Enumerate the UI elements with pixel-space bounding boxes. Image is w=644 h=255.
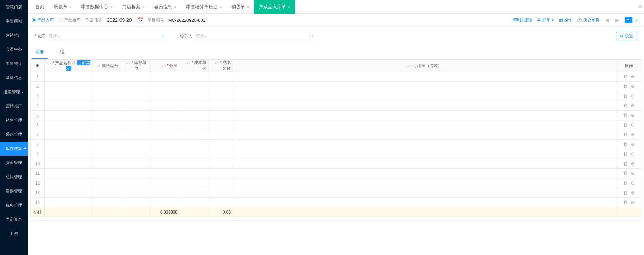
cell-spec[interactable] bbox=[93, 72, 122, 82]
col-unit[interactable]: ▲▼*库存单位 bbox=[122, 60, 151, 72]
ellipsis-icon[interactable]: ··· bbox=[162, 34, 166, 38]
add-row-icon[interactable]: ⊕ bbox=[631, 132, 635, 137]
cell-unit[interactable] bbox=[122, 178, 151, 188]
close-all-tabs-icon[interactable]: × bbox=[639, 3, 642, 10]
cell-available[interactable] bbox=[233, 198, 616, 207]
cell-amount[interactable] bbox=[209, 111, 233, 120]
close-icon[interactable]: × bbox=[174, 0, 176, 14]
cell-unit[interactable] bbox=[122, 149, 151, 159]
cell-amount[interactable] bbox=[209, 169, 233, 178]
sidebar-item-fixed-assets[interactable]: 固定资产 bbox=[0, 212, 28, 227]
col-amount[interactable]: ▲▼*成本金额 bbox=[209, 60, 233, 72]
col-qty[interactable]: ▲▼*数量 bbox=[151, 60, 180, 72]
col-available[interactable]: ▲▼可用量（包装） bbox=[233, 60, 616, 72]
radio-product-out[interactable]: 产品退库 bbox=[59, 17, 81, 23]
cell-available[interactable] bbox=[233, 169, 616, 178]
cell-price[interactable] bbox=[180, 178, 209, 188]
cell-unit[interactable] bbox=[122, 159, 151, 169]
delete-row-icon[interactable]: 🗑 bbox=[623, 113, 627, 118]
add-row-icon[interactable]: ⊕ bbox=[631, 171, 635, 176]
cell-product[interactable] bbox=[45, 140, 93, 149]
sidebar-item-purchase-mgmt[interactable]: 采购管理 bbox=[0, 128, 28, 142]
cell-spec[interactable] bbox=[93, 149, 122, 159]
handler-select[interactable]: 选择... ··· bbox=[196, 31, 313, 40]
add-row-icon[interactable]: ⊕ bbox=[631, 84, 635, 89]
table-row[interactable]: 3 🗑 ⊕ bbox=[31, 91, 641, 101]
table-row[interactable]: 6 🗑 ⊕ bbox=[31, 120, 641, 130]
cell-amount[interactable] bbox=[209, 72, 233, 82]
close-icon[interactable]: × bbox=[142, 0, 144, 14]
close-icon[interactable]: × bbox=[69, 0, 71, 14]
close-icon[interactable]: × bbox=[247, 0, 249, 14]
delete-row-icon[interactable]: 🗑 bbox=[623, 190, 627, 195]
cell-qty[interactable] bbox=[151, 91, 180, 101]
cell-price[interactable] bbox=[180, 72, 209, 82]
cell-product[interactable] bbox=[45, 149, 93, 159]
cell-available[interactable] bbox=[233, 130, 616, 140]
sidebar-item-marketing-2[interactable]: 营销推广 bbox=[0, 99, 28, 113]
shortcut-button[interactable]: ⌨快捷键 bbox=[513, 17, 532, 23]
add-row-icon[interactable]: ⊕ bbox=[631, 74, 635, 79]
cell-qty[interactable] bbox=[151, 188, 180, 198]
add-row-icon[interactable]: ⊕ bbox=[631, 180, 635, 186]
cell-product[interactable] bbox=[45, 169, 93, 178]
sort-icon[interactable]: ▲▼ bbox=[407, 65, 412, 67]
cell-amount[interactable] bbox=[209, 149, 233, 159]
cell-amount[interactable] bbox=[209, 101, 233, 111]
close-icon[interactable]: × bbox=[220, 0, 222, 14]
cell-qty[interactable] bbox=[151, 149, 180, 159]
cell-product[interactable] bbox=[45, 101, 93, 111]
delete-row-icon[interactable]: 🗑 bbox=[623, 142, 627, 147]
cell-amount[interactable] bbox=[209, 159, 233, 169]
cell-qty[interactable] bbox=[151, 101, 180, 111]
close-icon[interactable]: × bbox=[110, 0, 112, 14]
cell-price[interactable] bbox=[180, 111, 209, 120]
add-row-icon[interactable]: ⊕ bbox=[631, 113, 635, 118]
table-row[interactable]: 14 🗑 ⊕ bbox=[31, 198, 641, 207]
sort-icon[interactable]: ▲▼ bbox=[186, 62, 191, 64]
tab-finished-goods-in[interactable]: 产成品入库单× bbox=[254, 0, 295, 14]
delete-row-icon[interactable]: 🗑 bbox=[623, 103, 627, 108]
table-row[interactable]: 1 🗑 ⊕ bbox=[31, 72, 641, 82]
cell-product[interactable] bbox=[45, 198, 93, 207]
radio-product-in[interactable]: 产品入库 bbox=[32, 17, 54, 23]
delete-row-icon[interactable]: 🗑 bbox=[623, 161, 627, 166]
cell-amount[interactable] bbox=[209, 91, 233, 101]
cell-unit[interactable] bbox=[122, 72, 151, 82]
sub-tab-two-dim[interactable]: 二维 bbox=[52, 45, 68, 59]
cell-unit[interactable] bbox=[122, 130, 151, 140]
tab-settlement-history[interactable]: 零售结算单历史× bbox=[181, 0, 227, 14]
sidebar-item-finance[interactable]: 资金管理 bbox=[0, 156, 28, 170]
sort-icon[interactable]: ▲▼ bbox=[161, 65, 166, 67]
cell-unit[interactable] bbox=[122, 120, 151, 130]
table-row[interactable]: 13 🗑 ⊕ bbox=[31, 188, 641, 198]
sidebar-item-smart-store[interactable]: 智慧门店 bbox=[0, 0, 28, 14]
cell-product[interactable] bbox=[45, 159, 93, 169]
table-row[interactable]: 7 🗑 ⊕ bbox=[31, 130, 641, 140]
cell-spec[interactable] bbox=[93, 159, 122, 169]
cell-product[interactable] bbox=[45, 120, 93, 130]
table-row[interactable]: 12 🗑 ⊕ bbox=[31, 178, 641, 188]
sidebar-item-inventory[interactable]: 库存核算 ◀ bbox=[0, 142, 28, 156]
sidebar-item-member-center[interactable]: 会员中心 bbox=[0, 42, 28, 57]
view-card-button[interactable]: ⊞ bbox=[632, 17, 640, 23]
cell-amount[interactable] bbox=[209, 178, 233, 188]
table-row[interactable]: 8 🗑 ⊕ bbox=[31, 140, 641, 149]
sidebar-item-invoice[interactable]: 发票管理 bbox=[0, 184, 28, 198]
table-row[interactable]: 9 🗑 ⊕ bbox=[31, 149, 641, 159]
cell-spec[interactable] bbox=[93, 178, 122, 188]
cell-spec[interactable] bbox=[93, 111, 122, 120]
tab-store-archive[interactable]: 门店档案× bbox=[117, 0, 149, 14]
cell-available[interactable] bbox=[233, 91, 616, 101]
cell-available[interactable] bbox=[233, 178, 616, 188]
cell-unit[interactable] bbox=[122, 82, 151, 91]
cell-qty[interactable] bbox=[151, 178, 180, 188]
help-icon[interactable]: ? bbox=[72, 61, 76, 65]
delete-row-icon[interactable]: 🗑 bbox=[623, 171, 627, 176]
cell-price[interactable] bbox=[180, 101, 209, 111]
add-row-icon[interactable]: ⊕ bbox=[631, 151, 635, 157]
tab-transfer[interactable]: 调拨单× bbox=[49, 0, 76, 14]
cell-spec[interactable] bbox=[93, 188, 122, 198]
cell-price[interactable] bbox=[180, 82, 209, 91]
table-row[interactable]: 4 🗑 ⊕ bbox=[31, 101, 641, 111]
